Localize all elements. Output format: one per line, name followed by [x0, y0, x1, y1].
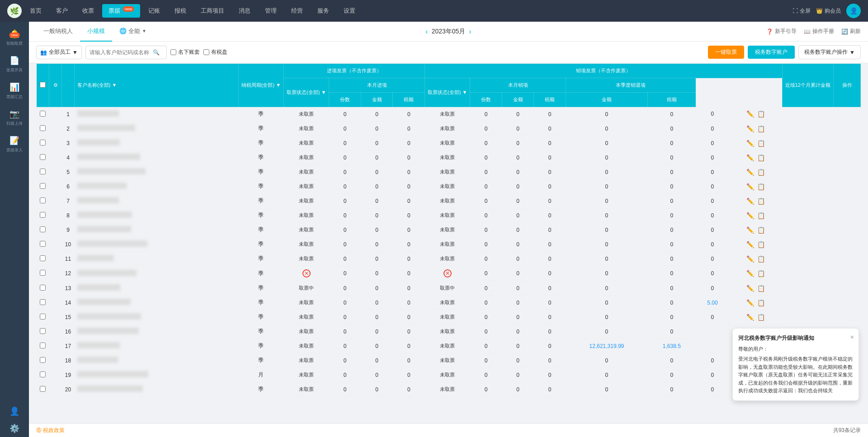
col-period-header[interactable]: 纳税周期(全部) ▼: [238, 64, 283, 107]
nav-settings[interactable]: 设置: [337, 4, 362, 18]
sidebar-item-config[interactable]: ⚙️: [8, 420, 21, 437]
copy-icon[interactable]: 📋: [756, 284, 766, 293]
checkbox-account-label[interactable]: 名下账套: [170, 48, 200, 56]
nav-operation[interactable]: 经营: [285, 4, 309, 18]
copy-icon[interactable]: 📋: [756, 124, 766, 133]
row-out-count: 0: [470, 179, 502, 194]
edit-icon[interactable]: ✏️: [745, 139, 755, 148]
edit-icon[interactable]: ✏️: [745, 284, 755, 293]
row-checkbox[interactable]: [40, 212, 46, 218]
sidebar-item-scan[interactable]: 📷 扫描上传: [0, 105, 29, 130]
notification-close-btn[interactable]: ×: [850, 332, 854, 342]
copy-icon[interactable]: 📋: [756, 240, 766, 249]
nav-accounting[interactable]: 记账: [142, 4, 166, 18]
checkbox-taxpad-label[interactable]: 有税盘: [203, 48, 227, 56]
guide-link[interactable]: ❓ 新手引导: [766, 28, 797, 35]
edit-icon[interactable]: ✏️: [745, 269, 755, 278]
col-output-status-header[interactable]: 取票状态(全部) ▼: [425, 78, 470, 107]
tax-policy-link[interactable]: ⑥ 税政政策: [36, 427, 65, 434]
edit-icon[interactable]: ✏️: [745, 153, 755, 162]
member-btn[interactable]: 👑 购会员: [816, 7, 841, 15]
row-checkbox[interactable]: [40, 328, 46, 334]
copy-icon[interactable]: 📋: [756, 153, 766, 162]
refresh-link[interactable]: 🔄 刷新: [841, 28, 861, 35]
copy-icon[interactable]: 📋: [756, 254, 766, 263]
nav-service[interactable]: 服务: [311, 4, 335, 18]
row-checkbox[interactable]: [40, 371, 46, 377]
sidebar-item-smart-ticket[interactable]: 🔔 智能取票 new: [0, 25, 29, 50]
row-checkbox[interactable]: [40, 299, 46, 305]
edit-icon[interactable]: ✏️: [745, 211, 755, 220]
row-checkbox[interactable]: [40, 241, 46, 247]
digital-operation-btn[interactable]: 税务数字账户操作 ▼: [798, 45, 861, 59]
sidebar-item-summary[interactable]: 📊 票据汇总: [0, 79, 29, 103]
nav-ticket[interactable]: 票据 new: [102, 4, 140, 18]
tab-small-scale[interactable]: 小规模: [80, 22, 112, 42]
row-checkbox[interactable]: [40, 343, 46, 348]
copy-icon[interactable]: 📋: [756, 313, 766, 322]
nav-tax[interactable]: 报税: [168, 4, 193, 18]
row-checkbox[interactable]: [40, 357, 46, 363]
row-checkbox[interactable]: [40, 285, 46, 291]
nav-home[interactable]: 首页: [24, 4, 48, 18]
row-checkbox[interactable]: [40, 270, 46, 276]
row-checkbox[interactable]: [40, 197, 46, 203]
checkbox-account[interactable]: [170, 49, 176, 55]
row-checkbox[interactable]: [40, 255, 46, 261]
tab-all[interactable]: 🌐 全能 ▼: [112, 22, 154, 42]
copy-icon[interactable]: 📋: [756, 109, 766, 118]
edit-icon[interactable]: ✏️: [745, 298, 755, 307]
edit-icon[interactable]: ✏️: [745, 109, 755, 118]
row-checkbox[interactable]: [40, 111, 46, 117]
nav-customer[interactable]: 客户: [50, 4, 74, 18]
sidebar-item-entry[interactable]: 📝 票据录入: [0, 132, 29, 157]
row-out-tax: 0: [534, 353, 566, 368]
copy-icon[interactable]: 📋: [756, 168, 766, 177]
fullscreen-btn[interactable]: ⛶ 全屏: [793, 7, 811, 15]
edit-icon[interactable]: ✏️: [745, 182, 755, 191]
row-checkbox[interactable]: [40, 183, 46, 189]
edit-icon[interactable]: ✏️: [745, 226, 755, 235]
row-checkbox[interactable]: [40, 226, 46, 232]
row-settings: [49, 382, 62, 397]
period-prev-btn[interactable]: ‹: [425, 28, 428, 36]
copy-icon[interactable]: 📋: [756, 182, 766, 191]
row-checkbox[interactable]: [40, 154, 46, 160]
select-all-checkbox[interactable]: [40, 82, 46, 88]
row-checkbox[interactable]: [40, 314, 46, 320]
edit-icon[interactable]: ✏️: [745, 254, 755, 263]
sidebar-item-invoice-open[interactable]: 📄 发票开具: [0, 52, 29, 77]
copy-icon[interactable]: 📋: [756, 139, 766, 148]
nav-manage[interactable]: 管理: [259, 4, 283, 18]
copy-icon[interactable]: 📋: [756, 197, 766, 206]
copy-icon[interactable]: 📋: [756, 269, 766, 278]
checkbox-taxpad[interactable]: [203, 49, 209, 55]
row-checkbox[interactable]: [40, 140, 46, 146]
edit-icon[interactable]: ✏️: [745, 168, 755, 177]
sidebar-item-user[interactable]: 👤: [8, 403, 21, 420]
nav-business[interactable]: 工商项目: [194, 4, 231, 18]
edit-icon[interactable]: ✏️: [745, 197, 755, 206]
tab-general-taxpayer[interactable]: 一般纳税人: [36, 22, 80, 42]
employee-select[interactable]: 👥 全部员工 ▼: [36, 46, 82, 59]
edit-icon[interactable]: ✏️: [745, 124, 755, 133]
row-checkbox[interactable]: [40, 169, 46, 174]
manual-link[interactable]: 📖 操作手册: [804, 28, 834, 35]
col-input-status-header[interactable]: 取票状态(全部) ▼: [284, 78, 329, 107]
copy-icon[interactable]: 📋: [756, 226, 766, 235]
search-icon[interactable]: 🔍: [153, 49, 160, 56]
edit-icon[interactable]: ✏️: [745, 240, 755, 249]
row-checkbox[interactable]: [40, 386, 46, 392]
nav-receive[interactable]: 收票: [76, 4, 100, 18]
yijian-ticket-btn[interactable]: 一键取票: [708, 46, 744, 59]
row-checkbox[interactable]: [40, 125, 46, 131]
copy-icon[interactable]: 📋: [756, 298, 766, 307]
search-input[interactable]: [90, 49, 153, 56]
digital-account-btn[interactable]: 税务数字账户: [748, 46, 795, 59]
copy-icon[interactable]: 📋: [756, 211, 766, 220]
edit-icon[interactable]: ✏️: [745, 313, 755, 322]
nav-message[interactable]: 消息: [232, 4, 257, 18]
period-next-btn[interactable]: ›: [469, 28, 471, 36]
col-name-header[interactable]: 客户名称(全部) ▼: [75, 64, 239, 107]
user-avatar[interactable]: 👤: [846, 4, 861, 18]
